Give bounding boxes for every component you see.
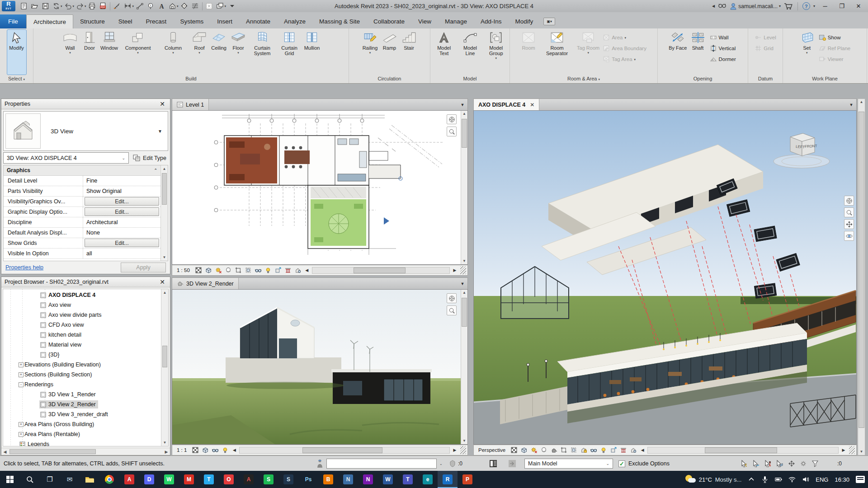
qat-redo-caret[interactable]: ▾ — [85, 5, 86, 8]
taskbar-whatsapp-icon[interactable]: W — [159, 471, 179, 488]
render-scale[interactable]: 1 : 1 — [174, 447, 190, 453]
ribbon-button-tag-room[interactable]: Tag Room▾ — [576, 30, 600, 75]
render-canvas[interactable]: ▲ ▼ — [172, 289, 468, 445]
ribbon-button-wall[interactable]: Wall▾ — [61, 30, 80, 75]
select-pinned-icon[interactable] — [763, 459, 773, 469]
dropdown-caret-icon[interactable]: ▾ — [625, 36, 627, 39]
browser-item-3d-view-2-render[interactable]: 3D View 2_Render — [3, 399, 161, 409]
ribbon-button-room[interactable]: Room — [519, 30, 538, 75]
dropdown-caret-icon[interactable]: ▾ — [495, 56, 497, 60]
section-header-graphics[interactable]: Graphics⌃ — [4, 165, 160, 176]
detail-level-icon[interactable] — [509, 446, 519, 455]
properties-close-icon[interactable]: ✕ — [158, 100, 167, 108]
ribbon-button-dormer[interactable]: Dormer — [708, 54, 738, 64]
taskbar-revit-icon[interactable]: R — [438, 471, 458, 488]
worksharing-display-icon[interactable] — [293, 266, 302, 275]
browser-scrollbar[interactable]: ▲ ▼ — [161, 289, 168, 446]
edit-button-graphic-display-optio[interactable]: Edit... — [85, 207, 159, 216]
volume-icon[interactable] — [799, 471, 812, 488]
taskbar-edge-icon[interactable]: e — [418, 471, 438, 488]
ribbon-button-room-separator[interactable]: Room Separator — [538, 30, 576, 75]
select-links-icon[interactable] — [740, 459, 750, 469]
navigation-wheel-icon[interactable] — [447, 293, 457, 303]
wifi-icon[interactable] — [785, 471, 799, 488]
browser-item-kitchen-detail[interactable]: kitchen detail — [3, 330, 161, 340]
ribbon-button-level[interactable]: Level — [753, 33, 778, 42]
exclude-options-checkbox[interactable]: ✓ — [618, 456, 625, 471]
tab-view[interactable]: View — [411, 14, 438, 28]
dropdown-caret-icon[interactable]: ▾ — [806, 51, 808, 54]
weather-widget[interactable]: 21°C Mostly s... — [682, 471, 745, 488]
tab-manage[interactable]: Manage — [438, 14, 474, 28]
ribbon-button-set[interactable]: Set▾ — [797, 30, 816, 75]
browser-item-material-view[interactable]: Material view — [3, 340, 161, 350]
axo-canvas[interactable]: LEFT FRONT — [473, 110, 857, 445]
sun-path-icon[interactable] — [529, 446, 538, 455]
dropdown-caret-icon[interactable]: ▾ — [237, 51, 239, 54]
panel-label-circulation[interactable]: Circulation — [349, 75, 430, 83]
taskbar-teams-icon[interactable]: T — [398, 471, 418, 488]
view-list-caret-icon[interactable]: ▼ — [458, 103, 467, 107]
zoom-icon[interactable] — [447, 305, 457, 315]
render-vscrollbar[interactable]: ▲ ▼ — [461, 290, 467, 444]
qat-text-icon[interactable]: A — [156, 1, 167, 11]
browser-hscrollbar[interactable]: ◀ ▶ — [1, 448, 170, 455]
taskbar-autocad-icon[interactable]: A — [239, 471, 259, 488]
shadows-icon[interactable] — [539, 446, 548, 455]
taskbar-spotify-icon[interactable]: S — [259, 471, 278, 488]
browser-item-axo-view[interactable]: Axo view — [3, 300, 161, 310]
ribbon-button-curtain-grid[interactable]: Curtain Grid — [277, 30, 302, 75]
view-selector-dropdown[interactable]: 3D View: AXO DISPLACE 4 ⌄ — [3, 152, 129, 164]
language-indicator[interactable]: ENG — [812, 471, 831, 488]
scroll-right-icon[interactable]: ▶ — [840, 446, 847, 454]
taskbar-gmail-icon[interactable]: M — [179, 471, 199, 488]
project-browser-title-bar[interactable]: Project Browser - SH02_2023_original.rvt… — [1, 277, 170, 287]
tab-add-ins[interactable]: Add-Ins — [474, 14, 509, 28]
qat-export-pdf-icon[interactable]: PDF — [98, 1, 108, 11]
property-value[interactable]: Architectural — [83, 217, 160, 227]
sun-path-icon[interactable] — [214, 266, 223, 275]
tree-expander-icon[interactable]: + — [19, 422, 24, 427]
tab-modify[interactable]: Modify — [508, 14, 540, 28]
dropdown-caret-icon[interactable]: ▾ — [198, 51, 200, 54]
tree-expander-icon[interactable]: + — [19, 432, 24, 437]
status-progress-field[interactable] — [326, 456, 437, 471]
tab-systems[interactable]: Systems — [173, 14, 210, 28]
qat-print-icon[interactable] — [87, 1, 98, 11]
project-browser-close-icon[interactable]: ✕ — [158, 278, 167, 286]
panel-label-room-area[interactable]: Room & Area▾ — [510, 75, 657, 83]
help-caret-icon[interactable]: ▾ — [813, 4, 815, 8]
pan-icon[interactable] — [844, 219, 854, 229]
ribbon-button-by-face[interactable]: By Face — [668, 30, 688, 75]
tab-insert[interactable]: Insert — [210, 14, 239, 28]
edit-button-visibility-graphics-ov[interactable]: Edit... — [85, 197, 159, 206]
progress-caret-icon[interactable]: ⌄ — [439, 456, 443, 471]
qat-tag-by-category-icon[interactable]: 1 — [145, 1, 156, 11]
ribbon-button-component[interactable]: Component▾ — [119, 30, 156, 75]
select-by-face-icon[interactable] — [775, 459, 785, 469]
crop-region-icon[interactable] — [234, 266, 243, 275]
collapse-search-icon[interactable]: ◀ — [712, 4, 715, 8]
panel-label-work-plane[interactable]: Work Plane — [783, 75, 867, 83]
viewcube-left-face[interactable]: LEFT — [796, 145, 805, 149]
scroll-up-icon[interactable]: ▲ — [161, 165, 168, 172]
reveal-hidden-elements-icon[interactable] — [599, 446, 608, 455]
scroll-left-icon[interactable]: ◀ — [639, 446, 646, 454]
ribbon-button-model-group[interactable]: Model Group▾ — [484, 30, 509, 75]
scroll-left-icon[interactable]: ◀ — [1, 450, 9, 454]
type-selector[interactable]: 3D View ▼ — [3, 111, 168, 151]
qat-thin-lines-icon[interactable] — [190, 1, 201, 11]
modify-panel-toggle-icon[interactable]: ▣▾ — [543, 18, 555, 25]
qat-aligned-dimension-caret[interactable]: ▾ — [132, 5, 134, 8]
microphone-icon[interactable] — [758, 471, 772, 488]
reveal-constraints-icon[interactable] — [283, 266, 292, 275]
browser-item-3d-view-3-render-draft[interactable]: 3D View 3_render_draft — [3, 409, 161, 419]
resize-grip[interactable] — [460, 446, 466, 454]
design-option-select[interactable]: Main Model⌄ — [524, 456, 613, 471]
property-value[interactable]: Show Original — [83, 186, 160, 196]
properties-title-bar[interactable]: Properties ✕ — [1, 99, 170, 109]
scroll-up-icon[interactable]: ▲ — [161, 289, 168, 296]
ribbon-button-grid[interactable]: Grid — [753, 43, 778, 53]
dropdown-caret-icon[interactable]: ▾ — [587, 51, 589, 54]
ribbon-button-roof[interactable]: Roof▾ — [190, 30, 209, 75]
